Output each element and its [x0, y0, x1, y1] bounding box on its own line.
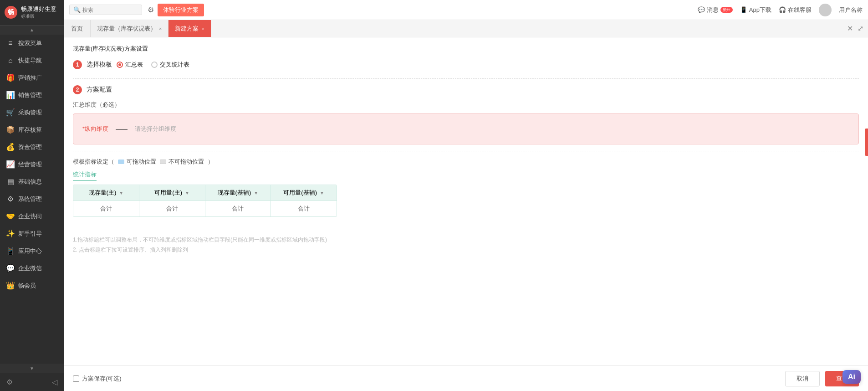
sidebar-item-marketing[interactable]: 🎁 营销推广 [0, 69, 64, 87]
sidebar-item-label: 新手引导 [18, 230, 42, 238]
sidebar-item-search-menu[interactable]: ≡ 搜索菜单 [0, 35, 64, 52]
cart-icon: 🛒 [6, 108, 15, 117]
tips-item-1: 2. 点击标题栏下拉可设置排序、插入列和删除列 [73, 245, 859, 255]
speaker-icon[interactable]: ◁ [52, 378, 57, 386]
tab-new-scheme-close-icon[interactable]: × [201, 26, 204, 31]
section1-num: 1 [73, 60, 82, 69]
sidebar-item-label: 企业微信 [18, 264, 42, 273]
dimension-required-label: 汇总维度（必选） [73, 101, 859, 109]
tabbar: 首页 现存量（库存状况表） × 新建方案 × ✕ ⤢ [64, 20, 868, 37]
search-input[interactable] [82, 7, 137, 13]
stats-col-body-1: 合计 [139, 201, 205, 216]
sidebar-item-inventory[interactable]: 📦 库存核算 [0, 121, 64, 139]
indicator-settings: 模板指标设定（ 可拖动位置 不可拖动位置 ） [73, 158, 859, 166]
tab-new-scheme-label: 新建方案 [175, 25, 199, 33]
sidebar-item-quick-nav[interactable]: ⌂ 快捷导航 [0, 52, 64, 69]
indicator-label: 模板指标设定（ 可拖动位置 不可拖动位置 ） [73, 158, 859, 166]
stats-col-header-0[interactable]: 现存量(主) ▼ [73, 185, 139, 201]
chart-icon: 📊 [6, 91, 15, 99]
radio-summary-dot [117, 62, 123, 68]
tab-new-scheme[interactable]: 新建方案 × [168, 20, 211, 37]
chevron-down-icon-2[interactable]: ▼ [254, 190, 258, 196]
right-edge-panel[interactable] [865, 129, 868, 156]
sidebar-item-label: 资金管理 [18, 143, 42, 151]
sidebar-item-cooperation[interactable]: 🤝 企业协同 [0, 208, 64, 225]
chevron-down-icon-3[interactable]: ▼ [320, 190, 324, 196]
sidebar-item-label: 库存核算 [18, 126, 42, 134]
sidebar-item-operation[interactable]: 📈 经营管理 [0, 156, 64, 173]
sidebar-item-sales[interactable]: 📊 销售管理 [0, 87, 64, 104]
radio-cross[interactable]: 交叉统计表 [151, 61, 189, 69]
tab-home-label: 首页 [71, 25, 83, 33]
message-badge: 99+ [720, 7, 733, 13]
stats-label: 统计指标 [73, 170, 97, 181]
radio-cross-dot [151, 62, 158, 68]
chevron-down-icon-1[interactable]: ▼ [185, 190, 189, 196]
search-icon: 🔍 [73, 6, 81, 13]
sidebar-item-system[interactable]: ⚙ 系统管理 [0, 190, 64, 208]
dimension-box[interactable]: *纵向维度 —— 请选择分组维度 [73, 113, 859, 144]
radio-summary[interactable]: 汇总表 [117, 61, 143, 69]
sidebar-item-member[interactable]: 👑 畅会员 [0, 277, 64, 294]
divider-1 [73, 78, 859, 79]
customer-service-button[interactable]: 🎧 在线客服 [779, 6, 812, 14]
dimension-placeholder: 请选择分组维度 [135, 125, 176, 133]
app-download-button[interactable]: 📱 App下载 [740, 6, 771, 14]
stats-table: 现存量(主) ▼ 可用量(主) ▼ 现存量(基辅) ▼ [73, 185, 337, 217]
sidebar-item-wechat[interactable]: 💬 企业微信 [0, 260, 64, 277]
sidebar-item-label: 应用中心 [18, 247, 42, 255]
tab-home[interactable]: 首页 [64, 20, 91, 37]
dimension-line: —— [116, 126, 128, 133]
handshake-icon: 🤝 [6, 212, 15, 221]
sidebar-logo: 畅 畅康通好生意 标准版 [0, 0, 64, 26]
settings-icon[interactable]: ⚙ [6, 378, 13, 386]
sidebar: 畅 畅康通好生意 标准版 ▲ ≡ 搜索菜单 ⌂ 快捷导航 🎁 营销推广 📊 销售… [0, 0, 64, 391]
panel-expand-icon[interactable]: ⤢ [858, 24, 863, 33]
section1-header: 1 选择模板 汇总表 交叉统计表 [73, 60, 859, 69]
sidebar-item-basic-info[interactable]: ▤ 基础信息 [0, 173, 64, 190]
sidebar-item-label: 快捷导航 [18, 57, 42, 65]
stats-table-header: 现存量(主) ▼ 可用量(主) ▼ 现存量(基辅) ▼ [73, 185, 337, 201]
stats-col-header-3[interactable]: 可用量(基辅) ▼ [271, 185, 337, 201]
tab-inventory-close-icon[interactable]: × [159, 26, 162, 31]
sidebar-item-label: 基础信息 [18, 178, 42, 186]
sidebar-item-finance[interactable]: 💰 资金管理 [0, 139, 64, 156]
money-icon: 💰 [6, 143, 15, 151]
ai-badge[interactable]: Ai [842, 370, 861, 384]
sidebar-bottom: ⚙ ◁ [0, 373, 64, 391]
section1-title: 选择模板 [87, 61, 112, 69]
sidebar-scroll-down[interactable]: ▼ [0, 364, 64, 373]
stats-col-header-2[interactable]: 现存量(基辅) ▼ [205, 185, 271, 201]
sidebar-item-app-center[interactable]: 📱 应用中心 [0, 242, 64, 260]
sidebar-item-purchase[interactable]: 🛒 采购管理 [0, 104, 64, 121]
save-scheme-checkbox[interactable]: 方案保存(可选) [73, 375, 122, 383]
box-icon: 📦 [6, 126, 15, 134]
topbar-right: 💬 消息 99+ 📱 App下载 🎧 在线客服 用户名称 [698, 4, 863, 16]
tips-section: 1.拖动标题栏可以调整布局，不可跨维度或指标区域拖动栏目字段(只能在同一维度或指… [73, 235, 859, 255]
tab-inventory-status[interactable]: 现存量（库存状况表） × [91, 20, 168, 37]
sidebar-item-label: 营销推广 [18, 74, 42, 82]
chat-icon: 💬 [6, 264, 15, 273]
section2-title: 方案配置 [87, 86, 112, 94]
topbar-gear-icon[interactable]: ⚙ [148, 5, 154, 14]
home-icon: ⌂ [6, 57, 15, 65]
cancel-button[interactable]: 取消 [785, 371, 820, 386]
stats-table-body: 合计 合计 合计 合计 [73, 201, 337, 216]
sidebar-item-new-guide[interactable]: ✨ 新手引导 [0, 225, 64, 242]
chevron-down-icon-0[interactable]: ▼ [119, 190, 123, 196]
panel-close-icon[interactable]: ✕ [847, 24, 853, 33]
stats-col-body-2: 合计 [205, 201, 271, 216]
sidebar-item-label: 经营管理 [18, 160, 42, 169]
industry-solution-button[interactable]: 体验行业方案 [158, 4, 204, 16]
section2-header: 2 方案配置 [73, 85, 859, 94]
save-checkbox-input[interactable] [73, 376, 79, 382]
content-area: 现存量(库存状况表)方案设置 1 选择模板 汇总表 交叉统计表 [64, 37, 868, 365]
stats-col-header-1[interactable]: 可用量(主) ▼ [139, 185, 205, 201]
sidebar-item-label: 采购管理 [18, 108, 42, 117]
logo-text: 畅康通好生意 标准版 [21, 5, 56, 20]
topbar-search-box[interactable]: 🔍 [69, 5, 142, 15]
messages-button[interactable]: 💬 消息 99+ [698, 6, 733, 14]
tab-inventory-label: 现存量（库存状况表） [97, 25, 156, 33]
sidebar-scroll-up[interactable]: ▲ [0, 26, 64, 35]
main-area: 🔍 ⚙ 体验行业方案 💬 消息 99+ 📱 App下载 🎧 在线客服 用户名称 [64, 0, 868, 391]
